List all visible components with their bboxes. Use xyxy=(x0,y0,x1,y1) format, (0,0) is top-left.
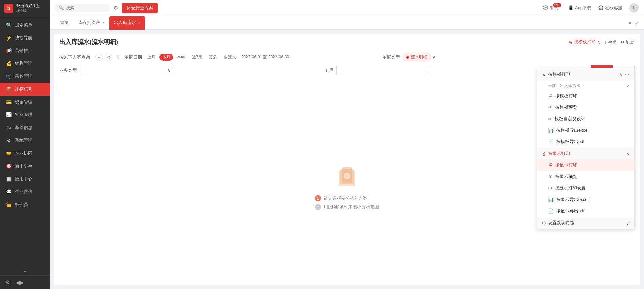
sidebar-item-purchase[interactable]: 🛒 采购管理 xyxy=(0,70,50,83)
search-input[interactable] xyxy=(66,6,106,10)
dropdown-chevron-up-icon[interactable]: ∧ xyxy=(619,72,622,77)
display-section-left: 🖨 按显示打印 xyxy=(542,151,570,157)
template-pdf-label: 按模板导出pdf xyxy=(556,139,584,145)
app-download-button[interactable]: 📱 App下载 xyxy=(568,5,591,11)
sidebar-item-finance[interactable]: 💳 资金管理 xyxy=(0,96,50,108)
chevron-up-icon: ∧ xyxy=(597,40,601,45)
expand-window-icon[interactable]: ⤢ xyxy=(635,20,639,26)
date-opt-7days[interactable]: 近7天 xyxy=(189,54,205,61)
topbar-gear-icon[interactable]: ⚙ xyxy=(113,5,118,11)
sidebar-scroll-indicator[interactable]: ▼ xyxy=(0,268,50,275)
printer-icon: 🖨 xyxy=(568,40,573,45)
dropdown-current-chevron[interactable]: ∨ xyxy=(626,84,630,88)
dropdown-item-template-print[interactable]: 🖨 按模板打印 xyxy=(537,90,634,102)
dropdown-item-template-pdf[interactable]: 📄 按模板导出pdf xyxy=(537,136,634,148)
sidebar-item-basics[interactable]: 🗂 基础信息 xyxy=(0,121,50,134)
type-select[interactable]: 流水明细 ∨ xyxy=(403,53,436,61)
sidebar-bottom: ⚙ ◀▶ xyxy=(0,275,50,289)
page-header: 出入库流水(流水明细) 🖨 按模板打印 ∧ ↑ 导出 ↻ 刷新 xyxy=(54,34,640,49)
dropdown-item-template-preview[interactable]: 👁 按模板预览 xyxy=(537,102,634,113)
dropdown-item-display-preview[interactable]: 👁 按显示预览 xyxy=(537,171,634,182)
trial-button[interactable]: 体验行业方案 xyxy=(122,3,158,13)
display-section-chevron[interactable]: ∧ xyxy=(626,151,630,156)
sidebar-item-system[interactable]: ⚙ 系统管理 xyxy=(0,134,50,147)
sidebar-item-member[interactable]: 👑 畅会员 xyxy=(0,198,50,211)
dropdown-item-template-excel[interactable]: 📊 按模板导出excel xyxy=(537,125,634,136)
sidebar-item-search[interactable]: 🔍 搜索菜单 xyxy=(0,19,50,31)
online-service-button[interactable]: 🎧 在线客服 xyxy=(598,5,622,11)
sidebar-item-quick-nav[interactable]: ⚡ 快捷导航 xyxy=(0,31,50,44)
dropdown-item-display-print[interactable]: 🖨 按显示打印 xyxy=(537,159,634,171)
date-opt-custom[interactable]: 自定义 xyxy=(221,54,239,61)
page-title: 出入库流水(流水明细) xyxy=(59,38,118,46)
pdf-icon: 📄 xyxy=(548,139,554,144)
dropdown-bottom[interactable]: ⚙ 设置默认功能 ∨ xyxy=(537,217,634,229)
tab-home[interactable]: 首页 xyxy=(55,16,74,30)
type-label: 单据类型 xyxy=(382,54,400,60)
dropdown-item-display-settings[interactable]: ⚙ 按显示打印设置 xyxy=(537,182,634,194)
inventory-icon: 📦 xyxy=(5,86,12,92)
default-func-icon: ⚙ xyxy=(542,220,546,226)
dropdown-display-section-header[interactable]: 🖨 按显示打印 ∧ xyxy=(537,148,634,159)
step1-text: 请先选择要分析的方案 xyxy=(324,195,368,201)
close-window-icon[interactable]: ✕ xyxy=(628,20,632,26)
biz-label: 业务类型 xyxy=(59,67,77,73)
dropdown-current-label: 当前：出入库流水 ∨ xyxy=(537,81,634,90)
sidebar-item-marketing[interactable]: 📢 营销推广 xyxy=(0,44,50,57)
biz-filter: 业务类型 ∨ xyxy=(59,65,320,75)
message-button[interactable]: 💬 消息 99+ xyxy=(543,5,558,11)
page-content: 出入库流水(流水明细) 🖨 按模板打印 ∧ ↑ 导出 ↻ 刷新 xyxy=(50,30,644,289)
date-opt-this-month[interactable]: 本月 xyxy=(159,54,173,61)
main-content: 🔍 ⚙ 体验行业方案 💬 消息 99+ 📱 App下载 🎧 在线客服 用户 首页 xyxy=(50,0,644,289)
display-pdf-icon: 📄 xyxy=(548,208,554,214)
sidebar-item-cooperation[interactable]: 🤝 企业协同 xyxy=(0,147,50,160)
warehouse-label: 仓库 xyxy=(325,67,334,73)
export-button[interactable]: ↑ 导出 xyxy=(605,39,617,45)
sidebar-collapse-icon[interactable]: ◀▶ xyxy=(16,279,24,286)
filter-settings-button[interactable]: ⚙ xyxy=(105,54,112,61)
filter-actions: + ⚙ 《 xyxy=(95,54,119,61)
type-filter: 单据类型 流水明细 ∨ xyxy=(382,53,635,61)
headset-icon: 🎧 xyxy=(598,5,604,10)
display-settings-icon: ⚙ xyxy=(548,185,552,191)
dropdown-item-template-custom[interactable]: ✏ 模板自定义设计 xyxy=(537,113,634,125)
cooperation-icon: 🤝 xyxy=(5,151,12,156)
sidebar-item-app-center[interactable]: 🔲 应用中心 xyxy=(0,173,50,185)
topbar-right: 💬 消息 99+ 📱 App下载 🎧 在线客服 用户 xyxy=(543,3,639,13)
display-excel-label: 按显示导出excel xyxy=(556,196,588,203)
flow-tag-label: 流水明细 xyxy=(411,54,427,60)
sidebar-item-operations[interactable]: 📈 经营管理 xyxy=(0,108,50,121)
date-opt-last-month[interactable]: 上月 xyxy=(145,54,158,61)
sidebar-item-inventory[interactable]: 📦 库存核算 xyxy=(0,83,50,96)
filter-add-button[interactable]: + xyxy=(95,54,103,61)
search-bar[interactable]: 🔍 xyxy=(55,4,109,12)
sidebar-item-newbie[interactable]: 🎯 新手引导 xyxy=(0,160,50,173)
printer-header-icon: 🖨 xyxy=(542,72,546,77)
biz-select[interactable]: ∨ xyxy=(80,65,174,75)
settings-gear-icon[interactable]: ⚙ xyxy=(5,279,10,286)
tab-batch-close[interactable]: × xyxy=(102,20,105,25)
template-custom-label: 模板自定义设计 xyxy=(555,116,585,122)
date-opt-more[interactable]: 更多 xyxy=(206,54,220,61)
sidebar: b 畅捷通好生意 标准版 🔍 搜索菜单 ⚡ 快捷导航 📢 营销推广 💰 销售管理… xyxy=(0,0,50,289)
warehouse-select[interactable]: ··· xyxy=(336,65,431,75)
tab-flow-close[interactable]: × xyxy=(138,20,140,25)
date-opt-this-year[interactable]: 本年 xyxy=(174,54,188,61)
sidebar-item-sales[interactable]: 💰 销售管理 xyxy=(0,57,50,70)
dropdown-item-display-excel[interactable]: 📊 按显示导出excel xyxy=(537,194,634,205)
user-avatar[interactable]: 用户 xyxy=(629,3,639,13)
app-logo-icon: b xyxy=(4,4,13,13)
tab-batch[interactable]: 库存批次账 × xyxy=(74,16,109,30)
date-range-display: 2023-06-01 至 2023-06-30 xyxy=(241,54,289,60)
message-badge: 99+ xyxy=(553,3,561,7)
dropdown-more-icon[interactable]: ··· xyxy=(625,71,630,77)
print-template-button[interactable]: 🖨 按模板打印 ∧ xyxy=(568,39,601,45)
default-func-chevron[interactable]: ∨ xyxy=(626,220,630,226)
filter-tag-dot xyxy=(406,56,409,59)
refresh-button[interactable]: ↻ 刷新 xyxy=(621,39,635,45)
dropdown-item-display-pdf[interactable]: 📄 按显示导出pdf xyxy=(537,205,634,217)
topbar: 🔍 ⚙ 体验行业方案 💬 消息 99+ 📱 App下载 🎧 在线客服 用户 xyxy=(50,0,644,16)
sidebar-item-wecom[interactable]: 💬 企业微信 xyxy=(0,185,50,198)
tab-flow[interactable]: 出入库流水 × xyxy=(109,16,145,30)
filter-collapse-icon[interactable]: 《 xyxy=(114,54,119,60)
